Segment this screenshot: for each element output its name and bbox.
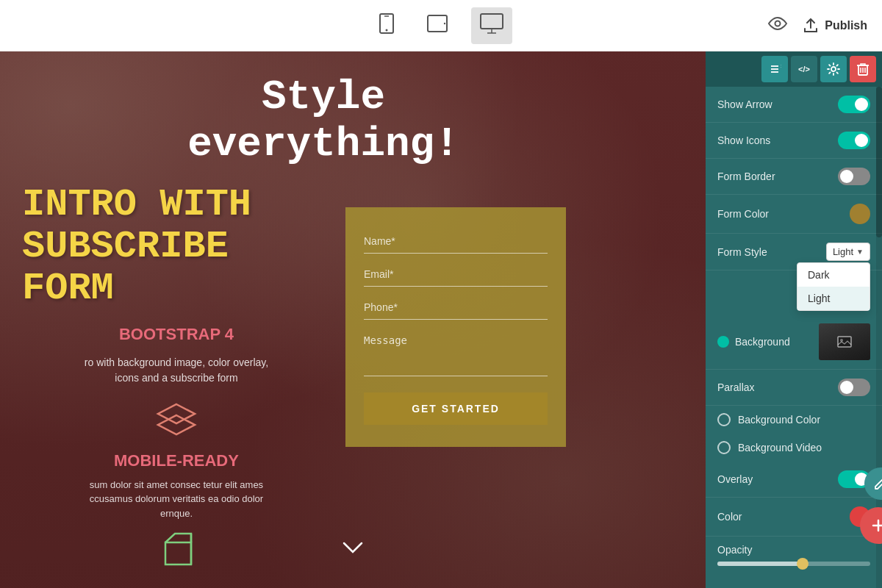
bg-video-label: Background Video <box>738 442 822 453</box>
email-field[interactable] <box>364 262 548 287</box>
svg-point-4 <box>444 22 445 24</box>
opacity-slider-thumb[interactable] <box>797 558 808 570</box>
panel-top-icons: </> <box>706 51 882 87</box>
bootstrap-label: BOOTSTRAP 4 <box>22 325 331 344</box>
mobile-device-btn[interactable] <box>370 7 404 44</box>
svg-marker-10 <box>158 404 195 423</box>
box-icon <box>22 528 331 575</box>
parallax-toggle[interactable] <box>838 379 870 396</box>
svg-rect-24 <box>838 337 851 347</box>
svg-marker-11 <box>158 415 195 434</box>
bg-video-row: Background Video <box>706 434 882 462</box>
code-icon-btn[interactable]: </> <box>791 56 817 82</box>
svg-rect-12 <box>165 542 191 564</box>
show-icons-track <box>838 132 870 149</box>
dropdown-arrow-icon: ▼ <box>856 248 864 256</box>
color-row: Color <box>706 498 882 537</box>
gear-icon-btn[interactable] <box>820 56 847 82</box>
form-style-container: Light ▼ Dark Light <box>826 243 870 261</box>
svg-point-9 <box>775 21 781 26</box>
show-arrow-label: Show Arrow <box>717 98 772 110</box>
topbar-center <box>370 7 512 44</box>
left-content: INTRO WITH SUBSCRIBE FORM BOOTSTRAP 4 ro… <box>0 51 345 588</box>
parallax-row: Parallax <box>706 370 882 406</box>
topbar-right: Publish <box>512 16 867 35</box>
topbar: Publish <box>0 0 882 51</box>
chevron-down-icon[interactable] <box>342 538 364 559</box>
show-icons-row: Show Icons <box>706 123 882 159</box>
publish-btn[interactable]: Publish <box>803 18 867 34</box>
overlay-row: Overlay <box>706 462 882 498</box>
form-border-row: Form Border <box>706 159 882 195</box>
show-icons-toggle[interactable] <box>838 132 870 149</box>
opacity-slider-track[interactable] <box>717 562 870 566</box>
color-label: Color <box>717 511 742 523</box>
show-icons-label: Show Icons <box>717 135 770 146</box>
desktop-device-btn[interactable] <box>471 7 512 44</box>
bg-color-radio[interactable] <box>717 413 731 426</box>
bg-preview-thumb[interactable] <box>819 323 870 360</box>
main-area: Style everything! INTRO WITH SUBSCRIBE F… <box>0 51 882 588</box>
name-field[interactable] <box>364 229 548 254</box>
canvas: Style everything! INTRO WITH SUBSCRIBE F… <box>0 51 706 588</box>
show-arrow-row: Show Arrow <box>706 87 882 123</box>
parallax-label: Parallax <box>717 381 755 393</box>
panel-content: Show Arrow Show Icons Form Border <box>706 87 882 588</box>
subscribe-form: GET STARTED <box>345 207 566 447</box>
dropdown-item-dark[interactable]: Dark <box>797 263 870 287</box>
bg-thumb-inner <box>819 323 870 360</box>
form-color-label: Form Color <box>717 208 769 220</box>
dropdown-item-light[interactable]: Light <box>797 287 870 310</box>
form-style-dropdown[interactable]: Light ▼ <box>826 243 870 261</box>
form-color-swatch[interactable] <box>850 204 870 224</box>
opacity-row: Opacity <box>706 537 882 573</box>
parallax-thumb <box>840 381 853 394</box>
get-started-button[interactable]: GET STARTED <box>364 392 548 425</box>
show-arrow-track <box>838 96 870 113</box>
form-style-row: Form Style Light ▼ Dark Light <box>706 234 882 270</box>
bg-radio-dot[interactable] <box>717 336 729 348</box>
mobile-label: MOBILE-READY <box>22 451 331 470</box>
form-border-toggle[interactable] <box>838 168 870 185</box>
lorem-text: sum dolor sit amet consec tetur elit ame… <box>22 478 331 521</box>
sort-icon-btn[interactable] <box>761 56 788 82</box>
hero-title: INTRO WITH SUBSCRIBE FORM <box>22 184 331 310</box>
bg-color-label: Background Color <box>738 414 820 426</box>
tablet-device-btn[interactable] <box>418 8 456 43</box>
opacity-slider-fill <box>717 562 801 566</box>
parallax-track <box>838 379 870 396</box>
opacity-label: Opacity <box>717 544 752 556</box>
background-label: Background <box>735 336 790 348</box>
form-style-label: Form Style <box>717 246 767 258</box>
bg-video-radio[interactable] <box>717 441 731 454</box>
form-border-label: Form Border <box>717 171 775 182</box>
svg-point-1 <box>386 29 388 31</box>
delete-icon-btn[interactable] <box>850 56 876 82</box>
canvas-content: INTRO WITH SUBSCRIBE FORM BOOTSTRAP 4 ro… <box>0 51 706 588</box>
form-style-dropdown-menu: Dark Light <box>797 262 870 311</box>
sidebar-panel: </> <box>706 51 882 588</box>
background-row: Background <box>706 315 882 370</box>
form-color-row: Form Color <box>706 195 882 234</box>
form-border-thumb <box>840 170 853 183</box>
show-arrow-toggle[interactable] <box>838 96 870 113</box>
overlay-label: Overlay <box>717 473 753 485</box>
message-field[interactable] <box>364 329 548 376</box>
background-label-group: Background <box>717 336 790 348</box>
show-arrow-thumb <box>855 98 868 111</box>
layers-icon <box>22 401 331 444</box>
show-icons-thumb <box>855 134 868 147</box>
desc-text: ro with background image, color overlay,… <box>22 355 331 386</box>
bg-color-row: Background Color <box>706 406 882 434</box>
sidebar-scrollbar-thumb <box>876 87 882 237</box>
form-wrapper: GET STARTED <box>345 51 706 588</box>
form-border-track <box>838 168 870 185</box>
svg-rect-5 <box>481 14 503 29</box>
preview-btn[interactable] <box>767 16 788 35</box>
publish-label: Publish <box>825 19 867 32</box>
phone-field[interactable] <box>364 295 548 320</box>
svg-point-18 <box>831 67 836 71</box>
form-style-value: Light <box>833 246 853 257</box>
